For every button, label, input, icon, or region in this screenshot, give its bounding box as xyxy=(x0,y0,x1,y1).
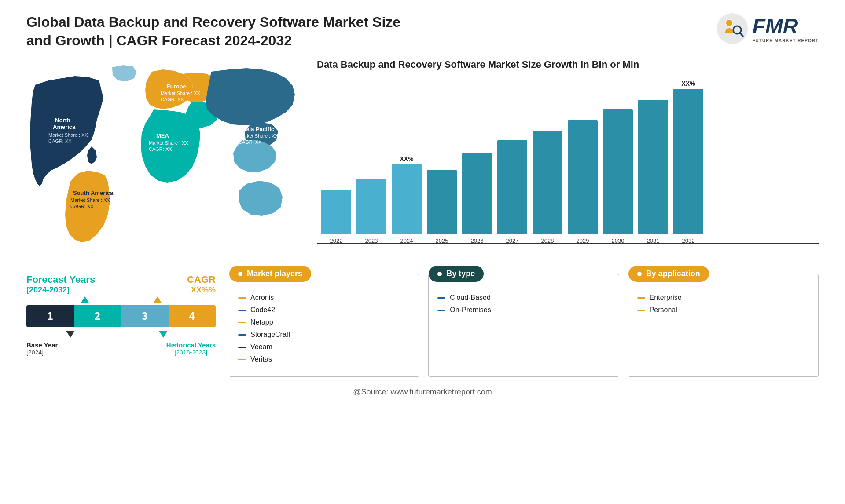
chart-bar-2031 xyxy=(638,100,668,234)
list-item: StorageCraft xyxy=(238,331,410,339)
svg-text:North: North xyxy=(55,117,70,124)
cagr-label: CAGR xyxy=(187,274,216,285)
forecast-cagr-row: Forecast Years [2024-2032] CAGR XX%% xyxy=(26,274,216,295)
list-item: Acronis xyxy=(238,294,410,302)
segment-4: 4 xyxy=(169,305,216,327)
chart-baseline xyxy=(317,243,819,244)
chart-area: 20222023XX%20242025202620272028202920302… xyxy=(317,80,819,262)
list-label: On-Premises xyxy=(450,306,491,314)
list-label: Personal xyxy=(650,306,677,314)
logo-fmr: FMR xyxy=(752,14,798,38)
segment-3: 3 xyxy=(121,305,169,327)
map-container: North America Market Share : XX CAGR: XX… xyxy=(26,58,299,261)
header-dot-app xyxy=(637,272,642,276)
chart-bar-2029 xyxy=(568,120,598,234)
list-dash xyxy=(238,297,246,299)
by-application-col: By application EnterprisePersonal xyxy=(628,274,819,377)
list-dash xyxy=(238,359,246,360)
svg-text:Market Share : XX: Market Share : XX xyxy=(48,132,88,138)
forecast-years: [2024-2032] xyxy=(26,285,95,295)
chart-bar-group-2029: 2029 xyxy=(568,118,598,244)
svg-text:Asia Pacific: Asia Pacific xyxy=(242,126,274,132)
chart-bar-2024 xyxy=(392,164,422,234)
list-item: Personal xyxy=(637,306,809,314)
page-container: Global Data Backup and Recovery Software… xyxy=(0,0,845,504)
chart-title: Data Backup and Recovery Software Market… xyxy=(317,58,819,71)
historical-value: [2018-2023] xyxy=(166,349,216,356)
base-year-value: [2024] xyxy=(26,349,58,356)
top-section: North America Market Share : XX CAGR: XX… xyxy=(26,58,819,261)
svg-text:Europe: Europe xyxy=(166,83,186,90)
by-type-label: By type xyxy=(446,269,475,278)
market-players-body: AcronisCode42NetappStorageCraftVeeamVeri… xyxy=(238,294,410,363)
by-type-body: Cloud-BasedOn-Premises xyxy=(437,294,610,314)
bottom-section: Forecast Years [2024-2032] CAGR XX%% 1 2… xyxy=(26,274,819,377)
info-columns: Market players AcronisCode42NetappStorag… xyxy=(229,274,819,377)
header-dot-type xyxy=(437,272,442,276)
forecast-arrow-up xyxy=(81,296,89,303)
cagr-arrow-up xyxy=(153,296,162,303)
list-item: Enterprise xyxy=(637,294,809,302)
svg-text:South America: South America xyxy=(73,190,114,196)
header-dot xyxy=(238,272,242,276)
base-year-label: Base Year xyxy=(26,341,58,349)
chart-bar-2028 xyxy=(533,131,562,234)
list-label: Code42 xyxy=(250,306,275,314)
chart-bar-2032 xyxy=(673,89,703,234)
list-label: Veritas xyxy=(250,355,272,363)
chart-bar-2022 xyxy=(321,190,351,234)
logo-subtitle: FUTURE MARKET REPORT xyxy=(752,38,819,43)
chart-bar-2025 xyxy=(427,170,457,234)
by-type-header: By type xyxy=(429,266,484,282)
list-item: Veeam xyxy=(238,343,410,351)
by-application-body: EnterprisePersonal xyxy=(637,294,809,314)
list-item: Code42 xyxy=(238,306,410,314)
list-dash xyxy=(238,310,246,311)
list-label: Enterprise xyxy=(650,294,682,302)
chart-bar-group-2026: 2026 xyxy=(462,151,492,244)
svg-text:Market Share : XX: Market Share : XX xyxy=(161,91,201,96)
svg-text:Market Share : XX: Market Share : XX xyxy=(149,140,189,146)
list-dash xyxy=(238,322,246,323)
list-dash xyxy=(238,334,246,336)
market-players-header: Market players xyxy=(229,266,311,282)
years-row: Base Year [2024] Historical Years [2018-… xyxy=(26,341,216,356)
svg-text:Market Share : XX: Market Share : XX xyxy=(239,133,279,139)
svg-text:Market Share : XX: Market Share : XX xyxy=(70,197,110,203)
svg-point-1 xyxy=(726,19,733,26)
chart-bar-group-2028: 2028 xyxy=(533,129,562,244)
chart-bar-group-2024: XX%2024 xyxy=(392,155,422,244)
chart-bar-group-2031: 2031 xyxy=(638,98,668,244)
chart-bar-2023 xyxy=(356,179,386,234)
svg-text:CAGR: XX: CAGR: XX xyxy=(149,146,172,152)
by-type-col: By type Cloud-BasedOn-Premises xyxy=(428,274,619,377)
svg-text:MEA: MEA xyxy=(156,132,169,139)
market-players-label: Market players xyxy=(247,269,302,278)
header: Global Data Backup and Recovery Software… xyxy=(26,13,819,50)
base-year-arrow xyxy=(66,331,75,338)
market-players-col: Market players AcronisCode42NetappStorag… xyxy=(229,274,419,377)
chart-bar-group-2025: 2025 xyxy=(427,168,457,244)
list-item: Netapp xyxy=(238,318,410,326)
chart-bar-group-2023: 2023 xyxy=(356,177,386,244)
cagr-value: XX%% xyxy=(187,285,216,295)
list-label: Netapp xyxy=(250,318,273,326)
chart-bar-top-label-2032: XX% xyxy=(681,80,695,87)
svg-text:CAGR: XX: CAGR: XX xyxy=(239,139,262,145)
list-label: StorageCraft xyxy=(250,331,290,339)
svg-text:America: America xyxy=(53,124,76,130)
chart-bar-group-2027: 2027 xyxy=(497,139,527,244)
list-label: Cloud-Based xyxy=(450,294,491,302)
world-map: North America Market Share : XX CAGR: XX… xyxy=(26,58,299,256)
chart-bar-2027 xyxy=(497,140,527,234)
list-dash xyxy=(238,347,246,348)
svg-text:CAGR: XX: CAGR: XX xyxy=(70,204,94,209)
list-dash xyxy=(437,297,445,299)
list-label: Veeam xyxy=(250,343,272,351)
chart-container: Data Backup and Recovery Software Market… xyxy=(317,58,819,261)
chart-bar-group-2032: XX%2032 xyxy=(673,80,703,244)
timeline-segment: Forecast Years [2024-2032] CAGR XX%% 1 2… xyxy=(26,274,229,356)
list-item: Cloud-Based xyxy=(437,294,610,302)
segment-2: 2 xyxy=(74,305,121,327)
historical-label: Historical Years xyxy=(166,341,216,349)
